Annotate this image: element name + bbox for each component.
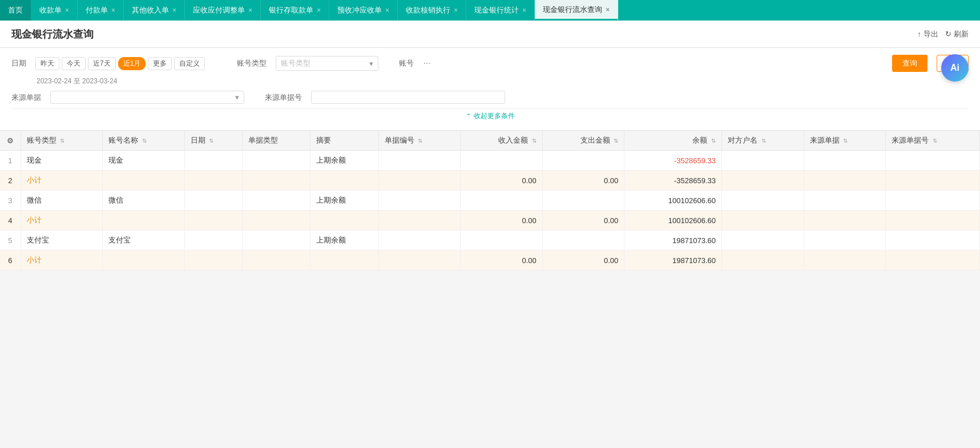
nav-item-bank-deposit[interactable]: 银行存取款单 ×: [261, 0, 329, 21]
table-row[interactable]: 1 现金 现金 上期余额 -3528659.33: [0, 151, 980, 171]
nav-close-flow-query[interactable]: ×: [606, 6, 610, 14]
nav-close-receipt[interactable]: ×: [65, 6, 69, 14]
cell-doc-type: [242, 231, 310, 251]
sort-account-type-icon: ⇅: [60, 138, 64, 144]
th-doc-type[interactable]: 单据类型: [242, 131, 310, 151]
cell-account-type: 微信: [21, 191, 103, 211]
th-summary[interactable]: 摘要: [310, 131, 379, 151]
table-row[interactable]: 3 微信 微信 上期余额 100102606.60: [0, 191, 980, 211]
page-header: 现金银行流水查询 ↑ 导出 ↻ 刷新: [0, 21, 980, 48]
nav-close-bank-deposit[interactable]: ×: [317, 6, 321, 14]
date-btn-more[interactable]: 更多: [148, 57, 172, 70]
nav-pre-receipt-label: 预收冲应收单: [337, 5, 382, 15]
nav-item-pre-receipt[interactable]: 预收冲应收单 ×: [329, 0, 398, 21]
collapse-icon: ⌃: [466, 112, 471, 120]
cell-doc-no: [378, 171, 461, 191]
cell-source-doc-no: [886, 151, 980, 171]
nav-item-home[interactable]: 首页: [0, 0, 31, 21]
nav-item-receipt[interactable]: 收款单 ×: [31, 0, 78, 21]
date-btn-custom[interactable]: 自定义: [174, 57, 205, 70]
th-account-name[interactable]: 账号名称 ⇅: [103, 131, 185, 151]
nav-close-stats[interactable]: ×: [522, 6, 526, 14]
table-row[interactable]: 4 小计 0.00 0.00 100102606.60: [0, 211, 980, 231]
account-type-dropdown-icon: ▾: [369, 59, 373, 68]
account-type-select[interactable]: 账号类型 ▾: [276, 56, 378, 71]
cell-expense: 0.00: [542, 251, 624, 271]
refresh-button[interactable]: ↻ 刷新: [945, 29, 969, 39]
nav-close-other-income[interactable]: ×: [172, 6, 176, 14]
cell-source-doc-no: [886, 191, 980, 211]
nav-item-flow-query[interactable]: 现金银行流水查询 ×: [535, 0, 618, 21]
export-button[interactable]: ↑ 导出: [918, 29, 939, 39]
table-header-row: ⚙ 账号类型 ⇅ 账号名称 ⇅ 日期 ⇅ 单据类型 摘要: [0, 131, 980, 151]
query-button[interactable]: 查询: [892, 55, 927, 72]
nav-close-payment[interactable]: ×: [111, 6, 115, 14]
cell-account-type: 现金: [21, 151, 103, 171]
nav-item-stats[interactable]: 现金银行统计 ×: [466, 0, 535, 21]
nav-close-adjust[interactable]: ×: [248, 6, 252, 14]
ai-badge[interactable]: Ai: [941, 54, 969, 82]
top-nav: 首页 收款单 × 付款单 × 其他收入单 × 应收应付调整单 × 银行存取款单 …: [0, 0, 980, 21]
collapse-bar[interactable]: ⌃ 收起更多条件: [11, 108, 969, 123]
cell-expense: 0.00: [542, 211, 624, 231]
cell-doc-no: [378, 231, 461, 251]
th-date-label: 日期: [191, 136, 205, 144]
cell-summary: [310, 171, 379, 191]
nav-close-pre-receipt[interactable]: ×: [385, 6, 389, 14]
cell-source-doc: [804, 151, 886, 171]
cell-balance: -3528659.33: [624, 151, 722, 171]
cell-balance: 100102606.60: [624, 191, 722, 211]
th-balance[interactable]: 余额 ⇅: [624, 131, 722, 151]
cell-source-doc: [804, 171, 886, 191]
table-area: ⚙ 账号类型 ⇅ 账号名称 ⇅ 日期 ⇅ 单据类型 摘要: [0, 131, 980, 271]
cell-balance: 19871073.60: [624, 231, 722, 251]
refresh-icon: ↻: [945, 30, 951, 38]
th-expense[interactable]: 支出金额 ⇅: [542, 131, 624, 151]
account-dots[interactable]: ···: [423, 58, 430, 68]
account-type-placeholder: 账号类型: [281, 58, 310, 68]
th-gear[interactable]: ⚙: [0, 131, 21, 151]
date-btn-7days[interactable]: 近7天: [88, 57, 116, 70]
th-summary-label: 摘要: [316, 136, 331, 144]
source-doc-select[interactable]: ▾: [50, 91, 244, 104]
source-doc-dropdown-icon: ▾: [235, 93, 239, 102]
ai-label: Ai: [950, 63, 959, 73]
cell-source-doc-no: [886, 231, 980, 251]
nav-stats-label: 现金银行统计: [474, 5, 519, 15]
nav-item-other-income[interactable]: 其他收入单 ×: [124, 0, 185, 21]
cell-doc-no: [378, 191, 461, 211]
source-doc-num-label: 来源单据号: [265, 92, 302, 103]
th-date[interactable]: 日期 ⇅: [184, 131, 242, 151]
table-row[interactable]: 6 小计 0.00 0.00 19871073.60: [0, 251, 980, 271]
th-income[interactable]: 收入金额 ⇅: [461, 131, 543, 151]
cell-doc-type: [242, 191, 310, 211]
source-doc-label: 来源单据: [11, 92, 41, 103]
cell-doc-type: [242, 251, 310, 271]
th-account-type[interactable]: 账号类型 ⇅: [21, 131, 103, 151]
th-source-doc[interactable]: 来源单据 ⇅: [804, 131, 886, 151]
sort-source-doc-icon: ⇅: [843, 138, 848, 144]
nav-payment-label: 付款单: [86, 5, 108, 15]
sort-doc-no-icon: ⇅: [418, 138, 422, 144]
cell-income: [461, 231, 543, 251]
cell-counterpart: [721, 231, 804, 251]
th-source-doc-no[interactable]: 来源单据号 ⇅: [886, 131, 980, 151]
date-btn-today[interactable]: 今天: [62, 57, 86, 70]
cell-doc-no: [378, 251, 461, 271]
cell-date: [184, 231, 242, 251]
table-row[interactable]: 5 支付宝 支付宝 上期余额 19871073.60: [0, 231, 980, 251]
nav-item-adjust[interactable]: 应收应付调整单 ×: [185, 0, 261, 21]
date-btn-yesterday[interactable]: 昨天: [35, 57, 59, 70]
nav-item-verify[interactable]: 收款核销执行 ×: [398, 0, 466, 21]
nav-item-payment[interactable]: 付款单 ×: [78, 0, 124, 21]
th-doc-no[interactable]: 单据编号 ⇅: [378, 131, 461, 151]
nav-close-verify[interactable]: ×: [454, 6, 458, 14]
th-counterpart[interactable]: 对方户名 ⇅: [721, 131, 804, 151]
th-income-label: 收入金额: [498, 136, 528, 144]
date-range-display: 2023-02-24 至 2023-03-24: [37, 77, 117, 85]
date-btn-1month[interactable]: 近1月: [118, 57, 146, 70]
source-doc-num-input[interactable]: [311, 91, 505, 104]
nav-receipt-label: 收款单: [39, 5, 62, 15]
table-row[interactable]: 2 小计 0.00 0.00 -3528659.33: [0, 171, 980, 191]
cell-income: [461, 191, 543, 211]
